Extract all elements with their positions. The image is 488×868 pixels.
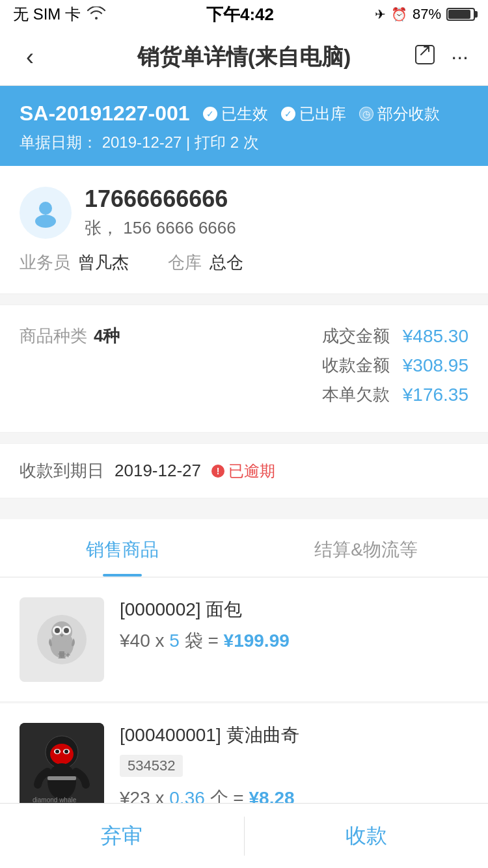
- svg-point-9: [64, 628, 69, 633]
- svg-point-17: [64, 750, 68, 753]
- amount-value: ¥485.30: [403, 326, 468, 347]
- header-section: SA-20191227-001 ✓ 已生效 ✓ 已出库 ◷ 部分收款 单据日期：…: [0, 86, 488, 166]
- svg-point-8: [55, 628, 60, 633]
- product-qty-1: 5: [169, 631, 180, 651]
- tab-products-label: 销售商品: [86, 539, 159, 560]
- product-sku-2: 534532: [120, 755, 183, 777]
- svg-point-18: [47, 763, 76, 800]
- received-row: 收款金额 ¥308.95: [322, 354, 468, 377]
- product-code-1: [0000002]: [120, 599, 201, 619]
- battery-text: 87%: [413, 6, 441, 23]
- product-price-1: ¥40: [120, 631, 150, 651]
- debt-label: 本单欠款: [322, 383, 390, 406]
- status-3-label: 部分收款: [377, 103, 440, 124]
- overdue-date: 2019-12-27: [115, 461, 201, 481]
- product-equals-1: =: [208, 631, 223, 651]
- svg-point-16: [55, 750, 59, 753]
- tab-products[interactable]: 销售商品: [0, 519, 244, 576]
- print-info: | 打印 2 次: [186, 133, 259, 151]
- carrier-text: 无 SIM 卡: [13, 4, 81, 25]
- check-icon-2: ✓: [281, 107, 295, 121]
- date-label: 单据日期：: [20, 133, 98, 151]
- status-2-label: 已出库: [299, 103, 346, 124]
- customer-section: 17666666666 张， 156 6666 6666 业务员 曾凡杰 仓库 …: [0, 166, 488, 294]
- more-icon[interactable]: ···: [451, 45, 468, 69]
- product-name-1: [0000002] 面包: [120, 597, 468, 622]
- amount-label: 成交金额: [322, 325, 390, 347]
- sales-rep-label: 业务员: [20, 251, 70, 274]
- customer-name-phone: 张， 156 6666 6666: [85, 217, 468, 239]
- order-id: SA-20191227-001: [20, 102, 190, 126]
- svg-point-1: [39, 202, 52, 215]
- share-icon[interactable]: [414, 44, 435, 70]
- cancel-button[interactable]: 弃审: [0, 804, 244, 868]
- status-badge-2: ✓ 已出库: [281, 103, 346, 124]
- alarm-icon: ⏰: [391, 7, 407, 22]
- confirm-button[interactable]: 收款: [245, 804, 489, 868]
- overdue-text: 已逾期: [228, 461, 275, 481]
- product-total-1: ¥199.99: [224, 631, 290, 651]
- overdue-section: 收款到期日 2019-12-27 ! 已逾期: [0, 443, 488, 498]
- status-right: ✈ ⏰ 87%: [375, 6, 475, 23]
- status-badge-3: ◷ 部分收款: [359, 103, 440, 124]
- product-thumb-2: diamond whale: [20, 723, 104, 807]
- product-title-2: 黄油曲奇: [226, 725, 299, 745]
- product-item-1: 量+ [0000002] 面包 ¥40 x 5 袋 = ¥199.99: [0, 578, 488, 702]
- location-icon: ✈: [375, 7, 386, 22]
- svg-rect-19: [47, 776, 76, 780]
- debt-row: 本单欠款 ¥176.35: [322, 383, 468, 406]
- warehouse-label: 仓库: [168, 251, 202, 274]
- products-count-value: 4种: [94, 325, 120, 347]
- tab-settlement[interactable]: 结算&物流等: [244, 519, 488, 576]
- status-time: 下午4:42: [206, 3, 274, 26]
- product-multiply-1: x: [156, 631, 170, 651]
- tabs-bar: 销售商品 结算&物流等: [0, 519, 488, 578]
- svg-rect-0: [416, 46, 434, 64]
- customer-info: 17666666666 张， 156 6666 6666: [85, 185, 468, 239]
- customer-row: 17666666666 张， 156 6666 6666: [20, 185, 468, 239]
- sales-rep-value: 曾凡杰: [78, 251, 129, 274]
- nav-title: 销货单详情(来自电脑): [137, 42, 351, 72]
- status-badge-1: ✓ 已生效: [203, 103, 268, 124]
- clock-icon: ◷: [359, 107, 373, 121]
- products-count-item: 商品种类 4种: [20, 325, 120, 347]
- nav-right: ···: [414, 44, 468, 70]
- product-code-2: [000400001]: [120, 725, 221, 745]
- warehouse-value: 总仓: [210, 251, 243, 274]
- header-date-row: 单据日期： 2019-12-27 | 打印 2 次: [20, 132, 468, 153]
- products-label: 商品种类: [20, 325, 87, 347]
- bottom-bar: 弃审 收款: [0, 803, 488, 868]
- cancel-label: 弃审: [101, 822, 142, 850]
- product-info-2: [000400001] 黄油曲奇 534532 ¥23 x 0.36 个 = ¥…: [120, 723, 468, 811]
- amount-row: 成交金额 ¥485.30: [322, 325, 468, 347]
- back-button[interactable]: ‹: [20, 37, 40, 77]
- svg-point-2: [35, 215, 56, 228]
- debt-value: ¥176.35: [403, 385, 468, 405]
- customer-avatar: [20, 187, 72, 239]
- product-list: 量+ [0000002] 面包 ¥40 x 5 袋 = ¥199.99: [0, 578, 488, 831]
- status-bar: 无 SIM 卡 下午4:42 ✈ ⏰ 87%: [0, 0, 488, 29]
- summary-section: 商品种类 4种 成交金额 ¥485.30 收款金额 ¥308.95 本单欠款 ¥…: [0, 305, 488, 433]
- overdue-label: 收款到期日: [20, 459, 104, 482]
- nav-bar: ‹ 销货单详情(来自电脑) ···: [0, 29, 488, 86]
- product-name-2: [000400001] 黄油曲奇: [120, 723, 468, 748]
- customer-meta: 业务员 曾凡杰 仓库 总仓: [20, 251, 468, 274]
- warehouse-item: 仓库 总仓: [168, 251, 243, 274]
- wifi-icon: [87, 5, 105, 23]
- customer-phone: 156 6666 6666: [123, 218, 236, 237]
- product-info-1: [0000002] 面包 ¥40 x 5 袋 = ¥199.99: [120, 597, 468, 653]
- summary-right: 成交金额 ¥485.30 收款金额 ¥308.95 本单欠款 ¥176.35: [322, 325, 468, 413]
- customer-name: 张，: [85, 218, 118, 237]
- customer-id: 17666666666: [85, 185, 468, 213]
- check-icon-1: ✓: [203, 107, 217, 121]
- status-1-label: 已生效: [221, 103, 268, 124]
- received-value: ¥308.95: [403, 355, 468, 376]
- overdue-badge: ! 已逾期: [211, 461, 275, 481]
- summary-left: 商品种类 4种: [20, 325, 120, 354]
- product-thumb-1: 量+: [20, 597, 104, 682]
- sales-rep-item: 业务员 曾凡杰: [20, 251, 129, 274]
- product-price-row-1: ¥40 x 5 袋 = ¥199.99: [120, 629, 468, 653]
- product-title-1: 面包: [206, 599, 242, 619]
- received-label: 收款金额: [322, 354, 390, 377]
- order-id-row: SA-20191227-001 ✓ 已生效 ✓ 已出库 ◷ 部分收款: [20, 102, 468, 126]
